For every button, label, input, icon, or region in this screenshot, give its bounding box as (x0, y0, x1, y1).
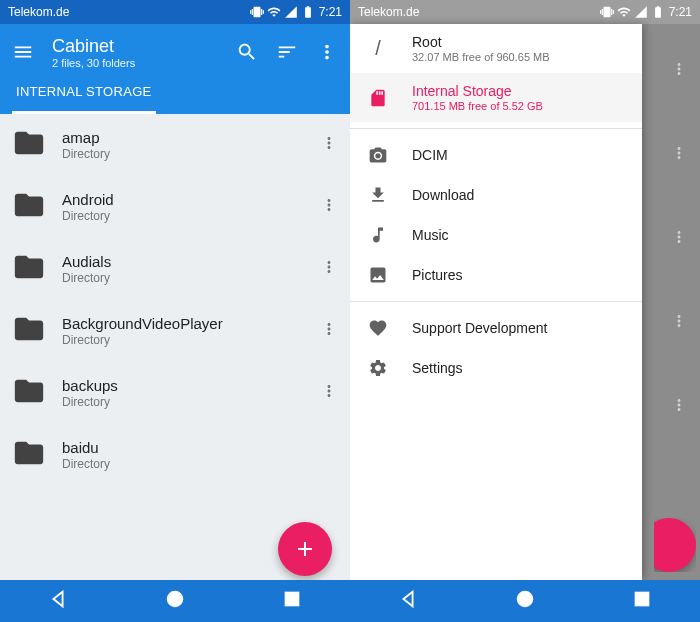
time-label: 7:21 (319, 5, 342, 19)
signal-icon (634, 5, 648, 19)
folder-sub: Directory (62, 333, 304, 347)
folder-name: amap (62, 129, 304, 146)
phone-left: Telekom.de 7:21 Cabinet 2 files, 30 fold… (0, 0, 350, 622)
svg-point-2 (375, 153, 380, 158)
drawer-storage-root[interactable]: / Root32.07 MB free of 960.65 MB (350, 24, 642, 73)
list-item[interactable]: AndroidDirectory (0, 176, 350, 238)
battery-icon (651, 5, 665, 19)
folder-name: Android (62, 191, 304, 208)
folder-icon (12, 312, 46, 350)
nav-home-icon[interactable] (164, 588, 186, 614)
vibrate-icon (600, 5, 614, 19)
folder-sub: Directory (62, 457, 338, 471)
drawer-dcim[interactable]: DCIM (350, 135, 642, 175)
drawer-label: Music (412, 227, 449, 243)
divider (350, 301, 642, 302)
search-icon[interactable] (236, 41, 258, 63)
download-icon (366, 185, 390, 205)
drawer-label: Settings (412, 360, 463, 376)
drawer-label: DCIM (412, 147, 448, 163)
sd-card-icon (366, 88, 390, 108)
nav-drawer: / Root32.07 MB free of 960.65 MB Interna… (350, 24, 642, 580)
pictures-icon (366, 265, 390, 285)
list-item[interactable]: AudialsDirectory (0, 238, 350, 300)
carrier-label: Telekom.de (8, 5, 69, 19)
nav-recent-icon[interactable] (281, 588, 303, 614)
drawer-support[interactable]: Support Development (350, 308, 642, 348)
svg-rect-1 (285, 593, 298, 606)
phone-right: Telekom.de 7:21 / Root32.07 MB free of 9… (350, 0, 700, 622)
drawer-label: Internal Storage (412, 83, 543, 99)
file-list[interactable]: amapDirectory AndroidDirectory AudialsDi… (0, 114, 350, 622)
music-icon (366, 225, 390, 245)
gear-icon (366, 358, 390, 378)
status-bar: Telekom.de 7:21 (350, 0, 700, 24)
overflow-icon[interactable] (316, 41, 338, 63)
drawer-download[interactable]: Download (350, 175, 642, 215)
item-overflow-icon[interactable] (320, 258, 338, 280)
folder-name: Audials (62, 253, 304, 270)
item-overflow-icon (670, 228, 688, 246)
item-overflow-icon[interactable] (320, 134, 338, 156)
drawer-sub: 32.07 MB free of 960.65 MB (412, 51, 550, 63)
drawer-storage-internal[interactable]: Internal Storage701.15 MB free of 5.52 G… (350, 73, 642, 122)
drawer-label: Pictures (412, 267, 463, 283)
status-bar: Telekom.de 7:21 (0, 0, 350, 24)
item-overflow-icon[interactable] (320, 196, 338, 218)
dimmed-list-edge (660, 24, 700, 580)
drawer-label: Download (412, 187, 474, 203)
app-subtitle: 2 files, 30 folders (52, 57, 218, 69)
drawer-settings[interactable]: Settings (350, 348, 642, 388)
list-item[interactable]: BackgroundVideoPlayerDirectory (0, 300, 350, 362)
item-overflow-icon (670, 396, 688, 414)
folder-icon (12, 126, 46, 164)
nav-recent-icon[interactable] (631, 588, 653, 614)
drawer-pictures[interactable]: Pictures (350, 255, 642, 295)
fab-add[interactable] (278, 522, 332, 576)
nav-home-icon[interactable] (514, 588, 536, 614)
folder-icon (12, 250, 46, 288)
sort-icon[interactable] (276, 41, 298, 63)
item-overflow-icon[interactable] (320, 320, 338, 342)
wifi-icon (617, 5, 631, 19)
nav-bar (350, 580, 700, 622)
svg-rect-4 (635, 593, 648, 606)
folder-icon (12, 374, 46, 412)
svg-point-3 (518, 592, 533, 607)
item-overflow-icon[interactable] (320, 382, 338, 404)
item-overflow-icon (670, 60, 688, 78)
folder-name: backups (62, 377, 304, 394)
hamburger-icon[interactable] (12, 41, 34, 63)
svg-point-0 (168, 592, 183, 607)
status-icons (250, 5, 315, 19)
nav-back-icon[interactable] (397, 588, 419, 614)
slash-icon: / (366, 37, 390, 60)
list-item[interactable]: amapDirectory (0, 114, 350, 176)
drawer-music[interactable]: Music (350, 215, 642, 255)
carrier-label: Telekom.de (358, 5, 419, 19)
list-item[interactable]: baiduDirectory (0, 424, 350, 486)
time-label: 7:21 (669, 5, 692, 19)
folder-icon (12, 188, 46, 226)
folder-sub: Directory (62, 147, 304, 161)
folder-sub: Directory (62, 209, 304, 223)
nav-back-icon[interactable] (47, 588, 69, 614)
drawer-label: Support Development (412, 320, 547, 336)
signal-icon (284, 5, 298, 19)
camera-icon (366, 145, 390, 165)
folder-icon (12, 436, 46, 474)
item-overflow-icon (670, 144, 688, 162)
app-bar: Cabinet 2 files, 30 folders INTERNAL STO… (0, 24, 350, 114)
folder-sub: Directory (62, 395, 304, 409)
wifi-icon (267, 5, 281, 19)
heart-icon (366, 318, 390, 338)
drawer-label: Root (412, 34, 550, 50)
list-item[interactable]: backupsDirectory (0, 362, 350, 424)
folder-name: baidu (62, 439, 338, 456)
status-icons (600, 5, 665, 19)
folder-name: BackgroundVideoPlayer (62, 315, 304, 332)
divider (350, 128, 642, 129)
tab-internal-storage[interactable]: INTERNAL STORAGE (12, 72, 156, 114)
battery-icon (301, 5, 315, 19)
nav-bar (0, 580, 350, 622)
